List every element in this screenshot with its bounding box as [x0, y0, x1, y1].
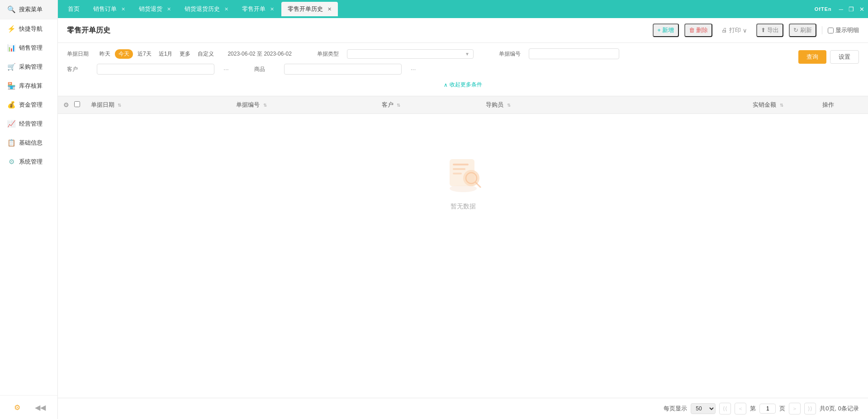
tab-close-sales-return-history[interactable]: ✕	[224, 6, 228, 12]
sidebar-item-operations[interactable]: 📈经营管理	[0, 114, 57, 133]
th-action-label: 操作	[822, 101, 834, 108]
show-detail-checkbox-label[interactable]: 显示明细	[828, 26, 859, 34]
tab-close-sales-return[interactable]: ✕	[167, 6, 171, 12]
first-page-btn[interactable]: ⟨⟨	[719, 403, 731, 414]
th-no-label: 单据编号	[236, 101, 260, 108]
tab-close-retail-open[interactable]: ✕	[270, 6, 274, 12]
filter-area: 单据日期 昨天今天近7天近1月更多自定义 2023-06-02 至 2023-0…	[58, 43, 868, 96]
customer-more-btn[interactable]: ···	[223, 66, 229, 73]
bill-type-select[interactable]: ▼	[347, 49, 474, 59]
svg-rect-2	[453, 164, 469, 165]
svg-rect-3	[453, 168, 465, 170]
tab-sales-order[interactable]: 销售订单✕	[87, 2, 132, 16]
tab-home[interactable]: 首页	[62, 2, 86, 16]
th-no[interactable]: 单据编号 ⇅	[231, 96, 376, 114]
th-date[interactable]: 单据日期 ⇅	[85, 96, 231, 114]
tab-label-retail-history: 零售开单历史	[288, 5, 323, 13]
sidebar-item-basic-info[interactable]: 📋基础信息	[0, 133, 57, 152]
sidebar-collapse-btn[interactable]: ◀◀	[34, 401, 47, 414]
select-all-checkbox[interactable]	[74, 101, 80, 107]
table-setting-icon[interactable]: ⚙	[63, 101, 69, 108]
add-button[interactable]: + 新增	[653, 24, 678, 37]
th-customer[interactable]: 客户 ⇅	[376, 96, 480, 114]
date-btn-昨天[interactable]: 昨天	[97, 49, 113, 59]
window-minimize-btn[interactable]: ─	[839, 6, 843, 13]
per-page-label: 每页显示	[664, 405, 687, 413]
prev-page-btn[interactable]: ＜	[735, 403, 746, 414]
sort-salesperson-icon: ⇅	[507, 103, 511, 108]
sidebar-label-basic-info: 基础信息	[19, 139, 43, 147]
tab-close-retail-history[interactable]: ✕	[327, 6, 332, 12]
print-button[interactable]: 🖨 打印 ∨	[718, 24, 751, 36]
sidebar-label-purchase-mgmt: 采购管理	[19, 63, 43, 71]
settings-button[interactable]: 设置	[830, 50, 859, 64]
window-close-btn[interactable]: ✕	[859, 6, 864, 13]
sidebar-settings-btn[interactable]: ⚙	[11, 401, 24, 414]
th-amount-label: 实销金额	[753, 101, 776, 108]
export-button[interactable]: ⬆ 导出	[756, 24, 784, 37]
tab-label-retail-open: 零售开单	[242, 5, 266, 13]
empty-icon	[441, 150, 486, 195]
sidebar-item-finance[interactable]: 💰资金管理	[0, 95, 57, 114]
page-title: 零售开单历史	[67, 26, 110, 35]
sidebar-item-inventory[interactable]: 🏪库存核算	[0, 76, 57, 95]
tab-label-sales-return: 销货退货	[139, 5, 162, 13]
date-btn-近7天[interactable]: 近7天	[135, 49, 154, 59]
bill-type-arrow: ▼	[465, 52, 470, 56]
th-amount[interactable]: 实销金额 ⇅	[643, 96, 788, 114]
show-detail-checkbox[interactable]	[828, 28, 834, 33]
sidebar-item-system[interactable]: ⚙系统管理	[0, 152, 57, 171]
goods-input[interactable]	[284, 64, 402, 75]
per-page-select[interactable]: 50 100 200	[691, 403, 716, 414]
top-nav: 首页销售订单✕销货退货✕销货退货历史✕零售开单✕零售开单历史✕ OfTEn ─ …	[58, 0, 868, 18]
tab-label-sales-return-history: 销货退货历史	[185, 5, 220, 13]
customer-filter-label: 客户	[67, 66, 90, 73]
th-salesperson-label: 导购员	[486, 101, 503, 108]
data-table: ⚙ 单据日期 ⇅ 单据编号 ⇅ 客户	[58, 96, 868, 114]
tab-sales-return-history[interactable]: 销货退货历史✕	[178, 2, 235, 16]
date-btn-更多[interactable]: 更多	[177, 49, 193, 59]
filter-row-date: 单据日期 昨天今天近7天近1月更多自定义 2023-06-02 至 2023-0…	[67, 48, 791, 59]
svg-line-7	[476, 183, 480, 187]
date-btn-近1月[interactable]: 近1月	[156, 49, 175, 59]
delete-button[interactable]: 🗑 删除	[684, 24, 713, 37]
page-number-input[interactable]	[759, 404, 776, 414]
th-setting[interactable]: ⚙	[58, 96, 85, 114]
brand-logo: OfTEn	[813, 5, 834, 13]
tab-sales-return[interactable]: 销货退货✕	[133, 2, 177, 16]
window-restore-btn[interactable]: ❐	[849, 6, 854, 13]
refresh-button[interactable]: ↻ 刷新	[789, 24, 816, 37]
sidebar-item-sales-mgmt[interactable]: 📊销售管理	[0, 38, 57, 57]
date-btn-自定义[interactable]: 自定义	[195, 49, 217, 59]
th-salesperson[interactable]: 导购员 ⇅	[480, 96, 605, 114]
sidebar-label-system: 系统管理	[19, 158, 43, 166]
last-page-btn[interactable]: ⟩⟩	[804, 403, 816, 414]
sidebar-icon-system: ⚙	[7, 158, 15, 166]
tab-close-sales-order[interactable]: ✕	[121, 6, 125, 12]
goods-more-btn[interactable]: ···	[411, 66, 416, 73]
bill-type-filter-label: 单据类型	[317, 50, 340, 58]
query-button[interactable]: 查询	[798, 50, 826, 64]
collapse-label: 收起更多条件	[450, 81, 482, 89]
page-word: 第	[750, 405, 756, 413]
date-btn-今天[interactable]: 今天	[115, 49, 133, 59]
th-customer-label: 客户	[382, 101, 394, 108]
bill-no-input[interactable]	[529, 48, 619, 59]
th-action: 操作	[789, 96, 868, 114]
next-page-btn[interactable]: ＞	[789, 403, 801, 414]
sidebar-search[interactable]: 🔍 搜索菜单	[0, 0, 57, 19]
table-wrap: ⚙ 单据日期 ⇅ 单据编号 ⇅ 客户	[58, 96, 868, 398]
tab-retail-open[interactable]: 零售开单✕	[236, 2, 280, 16]
customer-input[interactable]	[97, 64, 214, 75]
sidebar-item-quick-nav[interactable]: ⚡快捷导航	[0, 19, 57, 38]
sidebar-bottom: ⚙ ◀◀	[0, 395, 57, 419]
sidebar-item-purchase-mgmt[interactable]: 🛒采购管理	[0, 57, 57, 76]
date-filter-buttons: 昨天今天近7天近1月更多自定义	[97, 49, 217, 59]
bill-no-filter-label: 单据编号	[499, 50, 522, 58]
filter-row-customer: 客户 ··· 商品 ···	[67, 64, 791, 75]
total-info: 共0页, 0条记录	[820, 405, 859, 413]
tab-label-sales-order: 销售订单	[93, 5, 117, 13]
toolbar: + 新增 🗑 删除 🖨 打印 ∨ ⬆ 导出 ↻ 刷新 显示明细	[653, 24, 859, 37]
tab-retail-history[interactable]: 零售开单历史✕	[281, 2, 338, 16]
collapse-more-btn[interactable]: ∧ 收起更多条件	[67, 79, 859, 90]
